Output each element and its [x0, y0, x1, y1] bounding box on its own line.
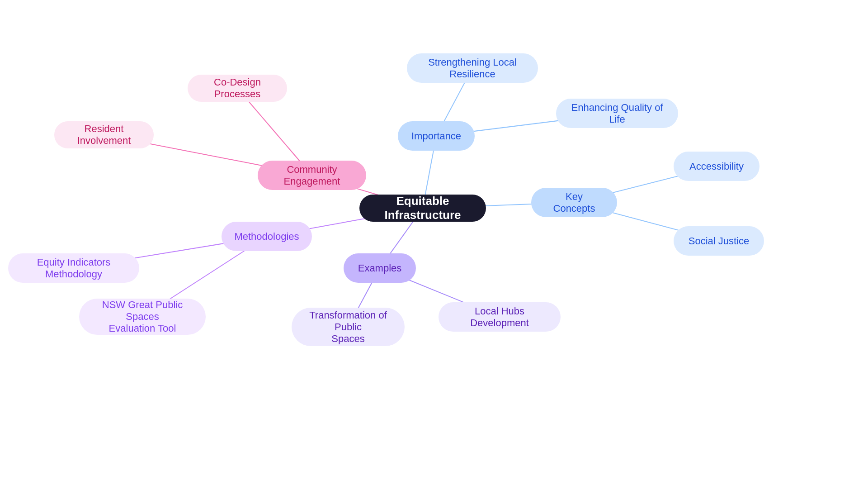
node-strengthening[interactable]: Strengthening Local Resilience	[407, 53, 538, 83]
mindmap-canvas: Equitable InfrastructureCommunity Engage…	[0, 0, 868, 490]
node-accessibility[interactable]: Accessibility	[674, 152, 760, 181]
node-quality[interactable]: Enhancing Quality of Life	[556, 99, 678, 128]
node-social-justice[interactable]: Social Justice	[674, 226, 764, 256]
node-methodologies[interactable]: Methodologies	[222, 222, 312, 251]
node-equity-indicators[interactable]: Equity Indicators Methodology	[8, 253, 139, 283]
node-local-hubs[interactable]: Local Hubs Development	[439, 302, 561, 332]
center-node[interactable]: Equitable Infrastructure	[359, 195, 486, 222]
node-nsw[interactable]: NSW Great Public Spaces Evaluation Tool	[79, 299, 206, 335]
node-importance[interactable]: Importance	[398, 121, 475, 151]
node-key-concepts[interactable]: Key Concepts	[531, 188, 617, 217]
node-community-engagement[interactable]: Community Engagement	[258, 161, 366, 190]
node-resident[interactable]: Resident Involvement	[54, 121, 154, 148]
node-transformation[interactable]: Transformation of Public Spaces	[292, 308, 405, 346]
node-examples[interactable]: Examples	[344, 253, 416, 283]
node-co-design[interactable]: Co-Design Processes	[188, 75, 287, 102]
